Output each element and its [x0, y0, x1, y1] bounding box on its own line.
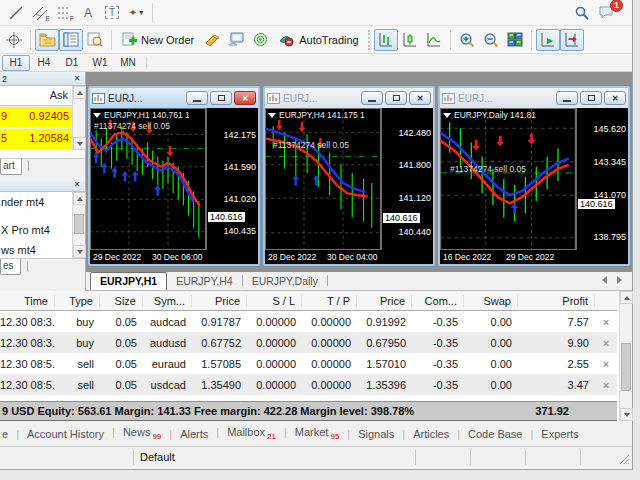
tab-favorites-partial[interactable]: es	[0, 259, 21, 275]
header-time[interactable]: Time	[0, 295, 55, 307]
header-type[interactable]: Type	[55, 295, 100, 307]
close-position-icon[interactable]: ×	[595, 358, 617, 370]
close-icon[interactable]: ✕	[71, 179, 83, 190]
navigator-item[interactable]: nder mt4	[1, 196, 44, 208]
zoom-out-icon[interactable]	[479, 29, 503, 51]
tab-articles[interactable]: Articles	[394, 428, 449, 440]
bar-chart-icon[interactable]	[374, 29, 398, 51]
header-sl[interactable]: S / L	[247, 295, 302, 307]
chart-window-titlebar[interactable]: EURJ... ✕	[90, 88, 258, 108]
close-position-icon[interactable]: ×	[595, 337, 617, 349]
chart-window-titlebar[interactable]: EURJ... ✕	[265, 88, 433, 108]
header-price-current[interactable]: Price	[357, 295, 412, 307]
chart-window-eurjpy-h1[interactable]: EURJ... ✕	[88, 86, 260, 266]
header-symbol[interactable]: Sym...	[143, 295, 192, 307]
tab-signals[interactable]: Signals	[339, 428, 394, 440]
tab-mailbox[interactable]: Mailbox21	[208, 426, 276, 441]
text-label-tool-icon[interactable]: T	[100, 2, 124, 24]
trade-row-usdcad[interactable]: 12.30 08:5... sell 0.05 usdcad 1.35490 0…	[0, 374, 617, 395]
chart-window-eurjpy-daily[interactable]: EURJ... ✕	[438, 86, 630, 266]
header-tp[interactable]: T / P	[302, 295, 357, 307]
chart-window-titlebar[interactable]: EURJ... ✕	[440, 88, 628, 108]
symbol-picker-icon[interactable]	[443, 113, 451, 118]
restore-button[interactable]	[580, 91, 602, 105]
market-watch-scrollbar[interactable]	[72, 86, 85, 150]
line-chart-icon[interactable]	[422, 29, 446, 51]
close-position-icon[interactable]: ×	[595, 379, 617, 391]
close-button[interactable]: ✕	[604, 91, 626, 105]
fibonacci-icon[interactable]: F	[52, 2, 76, 24]
close-button[interactable]: ✕	[409, 91, 431, 105]
search-icon[interactable]	[570, 2, 594, 24]
signals-icon[interactable]	[248, 29, 272, 51]
auto-scroll-icon[interactable]	[536, 29, 560, 51]
notifications-icon[interactable]: 1	[594, 2, 618, 24]
close-button[interactable]: ✕	[234, 91, 256, 105]
header-swap[interactable]: Swap	[464, 295, 518, 307]
symbol-picker-icon[interactable]	[268, 113, 276, 118]
terminal-icon[interactable]	[224, 29, 248, 51]
symbol-picker-icon[interactable]	[93, 113, 101, 118]
minimize-button[interactable]	[556, 91, 578, 105]
timeframe-h4[interactable]: H4	[30, 55, 58, 71]
terminal-scrollbar[interactable]	[619, 291, 632, 421]
minimize-button[interactable]	[361, 91, 383, 105]
tab-scroll-left-icon[interactable]	[602, 276, 607, 284]
timeframe-mn[interactable]: MN	[114, 55, 142, 71]
tab-code-base[interactable]: Code Base	[449, 428, 522, 440]
trade-row-audcad[interactable]: 12.30 08:3... buy 0.05 audcad 0.91787 0.…	[0, 311, 617, 332]
tab-tick-chart-partial[interactable]: art	[0, 159, 22, 175]
timeframe-d1[interactable]: D1	[58, 55, 86, 71]
zoom-in-icon[interactable]	[455, 29, 479, 51]
restore-button[interactable]	[210, 91, 232, 105]
candlestick-chart-icon[interactable]	[398, 29, 422, 51]
trade-row-euraud[interactable]: 12.30 08:5... sell 0.05 euraud 1.57085 0…	[0, 353, 617, 374]
chart-canvas[interactable]: EURJPY,H4 141.175 1 #11374274 sell 0.05 …	[265, 108, 433, 264]
chart-shift-icon[interactable]	[560, 29, 584, 51]
tab-market[interactable]: Market95	[276, 426, 339, 441]
chart-canvas[interactable]: EURJPY,H1 140.761 1 #11374274 sell 0.05 …	[90, 108, 258, 264]
tab-experts[interactable]: Experts	[523, 428, 579, 440]
navigator-item[interactable]: X Pro mt4	[1, 224, 50, 236]
profile-cell[interactable]: Default	[140, 451, 175, 463]
tab-news[interactable]: News99	[104, 426, 161, 441]
header-commission[interactable]: Com...	[412, 295, 464, 307]
navigator-titlebar[interactable]: ✕	[0, 178, 85, 192]
chart-tab-eurjpy-h1[interactable]: EURJPY,H1	[90, 272, 167, 290]
navigator-scrollbar[interactable]	[72, 192, 85, 258]
data-window-icon[interactable]	[83, 29, 107, 51]
main-toolbar: New Order AutoTrading	[0, 26, 632, 54]
metaeditor-icon[interactable]	[200, 29, 224, 51]
trade-row-audusd[interactable]: 12.30 08:3... buy 0.05 audusd 0.67752 0.…	[0, 332, 617, 353]
header-size[interactable]: Size	[100, 295, 143, 307]
restore-button[interactable]	[385, 91, 407, 105]
tab-alerts[interactable]: Alerts	[161, 428, 208, 440]
chart-canvas[interactable]: EURJPY,Daily 141.81 #11374274 sell 0.05 …	[440, 108, 628, 264]
market-watch-titlebar[interactable]: 2 ✕	[0, 72, 85, 86]
tab-scroll-right-icon[interactable]	[617, 276, 622, 284]
tab-account-history[interactable]: Account History	[8, 428, 104, 440]
resize-grip[interactable]	[617, 452, 630, 465]
text-tool-icon[interactable]: A	[76, 2, 100, 24]
autotrading-button[interactable]: AutoTrading	[272, 29, 365, 51]
order-label: #11374274 sell 0.05	[450, 164, 526, 174]
header-price-open[interactable]: Price	[192, 295, 247, 307]
favorites-icon[interactable]	[35, 29, 59, 51]
tile-windows-icon[interactable]	[503, 29, 527, 51]
close-icon[interactable]: ✕	[71, 73, 83, 84]
chart-tab-eurjpy-daily[interactable]: EURJPY,Daily	[243, 273, 327, 290]
arrows-tool-icon[interactable]: ✦ ▾	[124, 2, 148, 24]
chart-window-eurjpy-h4[interactable]: EURJ... ✕	[263, 86, 435, 266]
new-order-button[interactable]: New Order	[116, 29, 200, 51]
equidistant-channel-icon[interactable]: E	[28, 2, 52, 24]
timeframe-h1[interactable]: H1	[2, 55, 30, 71]
minimize-button[interactable]	[186, 91, 208, 105]
close-position-icon[interactable]: ×	[595, 316, 617, 328]
header-profit[interactable]: Profit	[518, 295, 595, 307]
navigator-item[interactable]: ws mt4	[1, 244, 36, 256]
market-watch-icon[interactable]	[59, 29, 83, 51]
timeframe-w1[interactable]: W1	[86, 55, 114, 71]
trendline-icon[interactable]	[4, 2, 28, 24]
chart-tab-eurjpy-h4[interactable]: EURJPY,H4	[167, 273, 241, 290]
crosshair-icon[interactable]	[2, 29, 26, 51]
